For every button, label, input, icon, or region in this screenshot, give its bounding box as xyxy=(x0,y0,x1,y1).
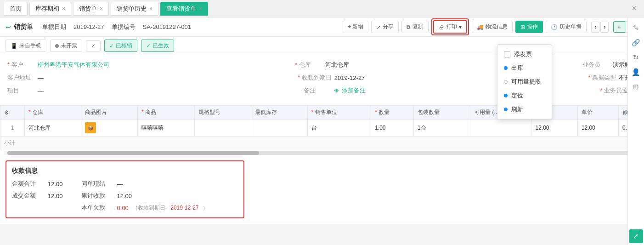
prev-button[interactable]: ‹ xyxy=(591,22,599,33)
horizontal-scrollbar[interactable] xyxy=(7,151,637,155)
row-sales-unit: 台 xyxy=(307,120,371,137)
row-available xyxy=(470,120,531,137)
from-phone-label: 来自手机 xyxy=(19,42,41,50)
customer-value[interactable]: 柳州粤港平安气体有限公司 xyxy=(38,61,109,69)
next-button[interactable]: › xyxy=(600,22,609,33)
cancelled-check-icon: ✓ xyxy=(109,43,114,49)
tab-sales-history-label: 销货单历史 xyxy=(117,5,147,13)
share-button[interactable]: ↗ 分享 xyxy=(371,21,399,33)
tab-sales-order-label: 销货单 xyxy=(79,5,97,13)
logistics-icon: 🚚 xyxy=(477,24,484,30)
tab-view-sales-close[interactable]: × xyxy=(199,6,202,12)
address-field: 客户地址 — xyxy=(7,74,298,82)
operation-icon: ⊞ xyxy=(520,24,525,30)
row-no: 1 xyxy=(0,120,25,137)
scroll-thumb xyxy=(7,151,259,155)
row-warehouse: 河北仓库 xyxy=(25,120,81,137)
copy-label: 复制 xyxy=(412,23,424,31)
arrears-suffix: （收款到期日: xyxy=(132,204,167,212)
col-product: 商品 xyxy=(138,106,194,120)
right-sidebar: ✎ 🔗 ↻ 👤 ⊞ ⤢ xyxy=(627,17,644,224)
same-order-row: 同单现结 — xyxy=(81,180,208,188)
col-spec: 规格型号 xyxy=(194,106,251,120)
subtotal-label: 小计 xyxy=(0,137,644,150)
row-qty: 1.00 xyxy=(371,120,414,137)
print-button[interactable]: 🖨 打印 ▾ xyxy=(433,20,467,34)
available-qty-label: 可用量提取 xyxy=(511,78,541,86)
remark-add-icon: ⊕ xyxy=(334,87,339,94)
dropdown-add-invoice[interactable]: 添发票 xyxy=(497,47,552,61)
col-product-img: 商品图片 xyxy=(81,106,138,120)
history-button[interactable]: 🕐 历史单据 xyxy=(546,21,587,33)
view-list-button[interactable]: ≡ xyxy=(613,21,625,33)
project-label: 项目 xyxy=(7,86,35,95)
tab-view-sales[interactable]: 查看销货单 × xyxy=(160,2,208,16)
phone-icon: 📱 xyxy=(11,43,17,49)
payment-col-right: 同单现结 — 累计收款 12.00 本单欠款 0.00 （收款到期日: 2019… xyxy=(81,180,208,212)
tab-home[interactable]: 首页 xyxy=(4,2,28,16)
row-product-img: 📦 xyxy=(81,120,138,137)
tab-sales-order-close[interactable]: × xyxy=(100,6,103,12)
sidebar-user-icon[interactable]: 👤 xyxy=(629,65,643,79)
sidebar-grid-icon[interactable]: ⊞ xyxy=(629,80,643,94)
cumulative-receipt-key: 累计收款 xyxy=(81,192,113,200)
arrears-row: 本单欠款 0.00 （收款到期日: 2019-12-27 ） xyxy=(81,204,208,212)
dropdown-ship-out[interactable]: 出库 xyxy=(497,61,552,75)
ship-out-label: 出库 xyxy=(511,64,523,72)
row-min-stock xyxy=(251,120,307,137)
doc-icon: ↩ xyxy=(6,23,11,31)
not-opened-button[interactable]: 未开票 xyxy=(50,40,82,52)
copy-button[interactable]: ⧉ 复制 xyxy=(401,21,429,33)
confirm-button[interactable]: ✓ xyxy=(86,40,101,51)
print-icon: 🖨 xyxy=(439,24,444,30)
staff-label: 业务员 xyxy=(582,61,610,69)
address-label: 客户地址 xyxy=(7,74,35,82)
add-invoice-label: 添发票 xyxy=(514,50,532,58)
table-row: 1 河北仓库 📦 嘻嘻嘻嘻 台 1.00 1台 12.00 12.00 0. xyxy=(0,120,644,137)
payment-title: 收款信息 xyxy=(12,167,238,175)
sidebar-edit-icon[interactable]: ✎ xyxy=(629,21,643,35)
tab-inventory-close[interactable]: × xyxy=(62,6,65,12)
gear-icon[interactable]: ⚙ xyxy=(4,109,9,116)
tab-sales-order[interactable]: 销货单 × xyxy=(73,2,109,16)
col-package-qty: 包装数量 xyxy=(414,106,470,120)
operation-button[interactable]: ⊞ 操作 xyxy=(515,21,543,33)
same-order-value: — xyxy=(117,181,123,188)
tab-sales-history[interactable]: 销货单历史 × xyxy=(111,2,158,16)
dropdown-refresh[interactable]: 刷新 xyxy=(497,103,552,116)
payment-rows: 金额合计 12.00 成交金额 12.00 同单现结 — 累计收款 12.00 xyxy=(12,180,238,212)
operation-dropdown: 添发票 出库 可用量提取 定位 刷新 xyxy=(497,44,552,120)
logistics-button[interactable]: 🚚 物流信息 xyxy=(472,21,513,33)
product-thumbnail: 📦 xyxy=(85,122,96,133)
effective-badge[interactable]: ✓ 已生效 xyxy=(141,40,174,52)
row-package-qty: 1台 xyxy=(414,120,470,137)
sidebar-link-icon[interactable]: 🔗 xyxy=(629,36,643,50)
tab-sales-history-close[interactable]: × xyxy=(149,6,153,12)
row-unit-price: 12.00 xyxy=(577,120,618,137)
payment-date-label: 收款到期日 xyxy=(298,74,332,82)
tab-inventory-init[interactable]: 库存期初 × xyxy=(29,2,71,16)
remark-label: 备注 xyxy=(304,86,331,95)
from-phone-button[interactable]: 📱 来自手机 xyxy=(6,40,46,52)
payment-col-left: 金额合计 12.00 成交金额 12.00 xyxy=(12,180,63,212)
operation-label: 操作 xyxy=(527,23,538,31)
share-label: 分享 xyxy=(383,23,394,31)
remark-add[interactable]: ⊕ 添加备注 xyxy=(334,86,366,95)
dropdown-locate[interactable]: 定位 xyxy=(497,89,552,103)
number-label: 单据编号 xyxy=(112,23,136,31)
ship-out-icon xyxy=(504,66,508,70)
new-button[interactable]: + 新增 xyxy=(343,21,368,33)
window-close-button[interactable]: × xyxy=(628,4,640,13)
col-warehouse: 仓库 xyxy=(25,106,81,120)
address-value: — xyxy=(38,74,44,81)
sidebar-refresh-icon[interactable]: ↻ xyxy=(629,51,643,64)
payment-info-box: 收款信息 金额合计 12.00 成交金额 12.00 同单现结 — 累计收款 xyxy=(6,160,244,218)
not-opened-dot xyxy=(55,44,59,48)
customer-field: 客户 柳州粤港平安气体有限公司 xyxy=(7,61,295,69)
not-opened-label: 未开票 xyxy=(61,42,77,50)
locate-icon xyxy=(504,94,508,97)
dropdown-available-qty[interactable]: 可用量提取 xyxy=(497,75,552,89)
cancelled-badge[interactable]: ✓ 已核销 xyxy=(104,40,137,52)
tab-home-label: 首页 xyxy=(10,5,22,13)
add-invoice-icon xyxy=(504,51,510,57)
